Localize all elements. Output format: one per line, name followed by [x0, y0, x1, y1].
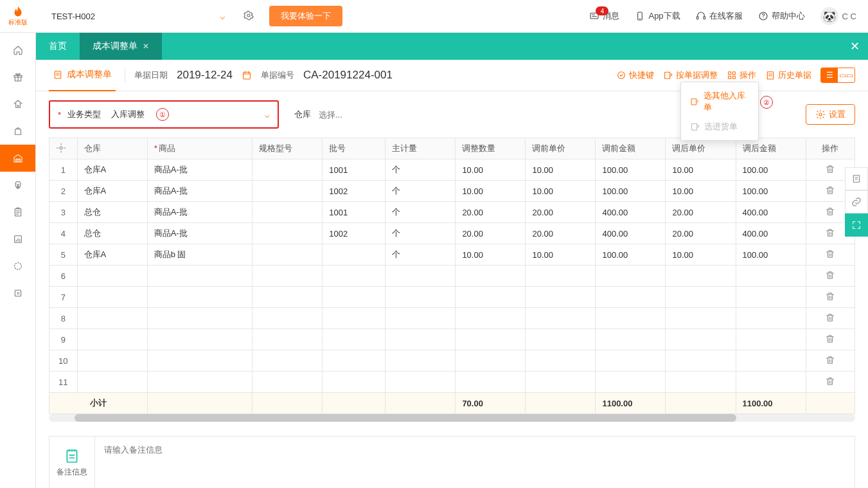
- brand-logo[interactable]: 标准版: [0, 0, 35, 32]
- col-op[interactable]: 操作: [806, 138, 855, 159]
- svg-rect-3: [696, 17, 698, 19]
- rail-bag[interactable]: [0, 118, 35, 145]
- app-download-link[interactable]: App下载: [635, 10, 680, 22]
- adjust-popup: 选其他入库单 选进货单: [680, 82, 759, 141]
- left-nav-rail: 新: [0, 33, 36, 488]
- dock-expand-icon[interactable]: [845, 213, 868, 237]
- row-delete[interactable]: [806, 372, 855, 393]
- row-delete[interactable]: [806, 287, 855, 308]
- table-row[interactable]: 9: [49, 329, 855, 350]
- business-type-select[interactable]: * 业务类型 入库调整 ① ⌵: [49, 100, 279, 129]
- card-view-icon[interactable]: ▭▭: [838, 68, 855, 82]
- col-a2[interactable]: 调后金额: [736, 138, 806, 159]
- tenant-select[interactable]: TEST-H002 ⌵: [43, 5, 233, 27]
- rail-home[interactable]: [0, 37, 35, 64]
- table-row[interactable]: 10: [49, 350, 855, 372]
- table-row[interactable]: 3总仓商品A-批1001个20.0020.00400.0020.00400.00: [49, 202, 855, 223]
- rail-new[interactable]: 新: [0, 280, 35, 307]
- toolbar-history[interactable]: 历史单据: [765, 69, 811, 81]
- col-p2[interactable]: 调后单价: [666, 138, 736, 159]
- col-p1[interactable]: 调前单价: [526, 138, 596, 159]
- popup-purchase: 选进货单: [681, 117, 758, 136]
- rail-warehouse[interactable]: [0, 145, 35, 172]
- table-row[interactable]: 4总仓商品A-批1002个20.0020.00400.0020.00400.00: [49, 223, 855, 244]
- rail-gift[interactable]: [0, 64, 35, 91]
- svg-rect-13: [244, 72, 251, 79]
- svg-point-24: [60, 147, 62, 149]
- toolbar-adjust[interactable]: 按单据调整: [663, 69, 718, 81]
- col-qty[interactable]: 调整数量: [456, 138, 526, 159]
- flame-icon: [11, 5, 25, 19]
- remarks-input[interactable]: [95, 437, 855, 488]
- table-row[interactable]: 1仓库A商品A-批1001个10.0010.00100.0010.00100.0…: [49, 159, 855, 181]
- col-batch[interactable]: 批号: [323, 138, 385, 159]
- row-delete[interactable]: [806, 308, 855, 329]
- close-icon[interactable]: ✕: [143, 42, 149, 51]
- row-delete[interactable]: [806, 350, 855, 372]
- settings-button[interactable]: 设置: [806, 104, 855, 125]
- dock-link-icon[interactable]: [845, 190, 868, 213]
- rail-sync[interactable]: [0, 253, 35, 280]
- table-row[interactable]: 2仓库A商品A-批1002个10.0010.00100.0010.00100.0…: [49, 181, 855, 202]
- col-a1[interactable]: 调前金额: [596, 138, 666, 159]
- biz-value: 入库调整: [111, 109, 145, 120]
- svg-text:新: 新: [16, 291, 19, 295]
- docno-value: CA-20191224-001: [303, 69, 393, 82]
- tenant-name: TEST-H002: [51, 12, 95, 21]
- rail-doc[interactable]: [0, 199, 35, 226]
- brand-sub: 标准版: [8, 18, 28, 27]
- toolbar-shortcut[interactable]: 快捷键: [616, 69, 654, 81]
- rail-up[interactable]: [0, 91, 35, 118]
- support-link[interactable]: 在线客服: [696, 10, 743, 22]
- svg-rect-17: [732, 72, 735, 75]
- avatar[interactable]: 🐼: [820, 7, 838, 25]
- help-link[interactable]: 帮助中心: [758, 10, 805, 22]
- warehouse-filter[interactable]: 仓库: [294, 109, 423, 120]
- chevron-down-icon: ⌵: [220, 11, 225, 21]
- col-spec[interactable]: 规格型号: [252, 138, 323, 159]
- svg-rect-19: [732, 76, 735, 78]
- table-row[interactable]: 7: [49, 287, 855, 308]
- grid-header: 仓库 *商品 规格型号 批号 主计量 调整数量 调前单价 调前金额 调后单价 调…: [49, 138, 855, 159]
- rail-money[interactable]: [0, 172, 35, 199]
- table-row[interactable]: 5仓库A商品b 固个10.0010.00100.0010.00100.00: [49, 244, 855, 266]
- table-row[interactable]: 8: [49, 308, 855, 329]
- svg-rect-25: [67, 450, 76, 462]
- page-tabs: 首页 成本调整单 ✕ ✕: [36, 33, 868, 60]
- calendar-icon[interactable]: [242, 70, 252, 80]
- notepad-icon: [64, 447, 80, 464]
- biz-label: 业务类型: [67, 109, 101, 120]
- try-button[interactable]: 我要体验一下: [269, 6, 342, 26]
- table-row[interactable]: 6: [49, 266, 855, 287]
- tab-home[interactable]: 首页: [36, 33, 80, 60]
- rail-report[interactable]: [0, 226, 35, 253]
- col-wh[interactable]: 仓库: [77, 138, 147, 159]
- row-delete[interactable]: [806, 244, 855, 266]
- svg-rect-4: [704, 17, 705, 19]
- col-prod[interactable]: *商品: [147, 138, 252, 159]
- col-gear[interactable]: [49, 138, 78, 159]
- warehouse-input[interactable]: [317, 109, 423, 120]
- messages-link[interactable]: 4 消息: [589, 10, 619, 22]
- svg-rect-22: [692, 123, 697, 130]
- table-row[interactable]: 11: [49, 372, 855, 393]
- doc-tab[interactable]: 成本调整单: [49, 60, 116, 91]
- tenant-settings-icon[interactable]: [244, 10, 254, 23]
- dock-note-icon[interactable]: [845, 167, 868, 190]
- subtotal-row: 小计 70.00 1100.00 1100.00: [49, 393, 855, 414]
- tab-cost-adjust[interactable]: 成本调整单 ✕: [80, 33, 162, 60]
- view-toggle[interactable]: ☰ ▭▭: [820, 68, 855, 83]
- popup-other-in[interactable]: 选其他入库单: [681, 86, 758, 117]
- row-delete[interactable]: [806, 266, 855, 287]
- svg-point-0: [247, 14, 250, 17]
- list-view-icon[interactable]: ☰: [821, 68, 838, 82]
- row-delete[interactable]: [806, 329, 855, 350]
- svg-rect-15: [665, 72, 670, 78]
- svg-rect-16: [729, 72, 731, 75]
- svg-rect-18: [729, 76, 731, 78]
- close-all-tabs[interactable]: ✕: [841, 33, 868, 60]
- svg-point-23: [819, 113, 822, 116]
- toolbar-ops[interactable]: 操作: [727, 69, 756, 81]
- col-unit[interactable]: 主计量: [385, 138, 456, 159]
- horizontal-scrollbar[interactable]: [49, 414, 855, 422]
